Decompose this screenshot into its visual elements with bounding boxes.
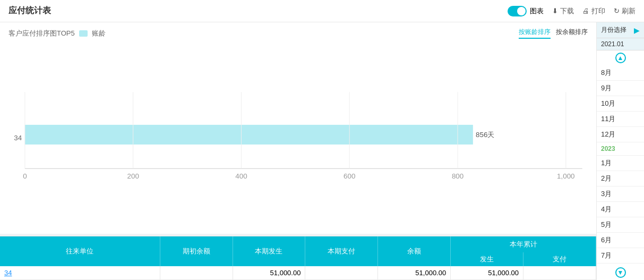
chart-toggle-wrap: 图表 [508, 6, 544, 16]
svg-text:400: 400 [235, 172, 247, 180]
down-arrow-icon: ▼ [615, 267, 626, 278]
sidebar-title: 月份选择 [601, 26, 634, 35]
svg-text:0: 0 [23, 172, 27, 180]
sidebar-header: 月份选择 ▶ [597, 22, 644, 38]
col-balance-header: 余额 [378, 236, 451, 266]
month-scroll-down[interactable]: ▼ [597, 265, 644, 280]
chart-bar [25, 125, 473, 145]
table-body: 34 51,000.00 51,000.00 51,000.00 [0, 266, 596, 280]
print-button[interactable]: 🖨 打印 [582, 6, 605, 16]
page: 应付统计表 图表 ⬇ 下载 🖨 打印 ↻ 刷新 [0, 0, 644, 280]
sort-by-amount-button[interactable]: 按余额排序 [556, 28, 588, 39]
svg-text:200: 200 [127, 172, 139, 180]
month-item-mar[interactable]: 3月 [597, 186, 644, 202]
cell-balance: 51,000.00 [378, 266, 451, 280]
bar-value-label: 856天 [476, 131, 494, 139]
chart-legend-label: 客户应付排序图TOP5 [8, 29, 75, 38]
page-title: 应付统计表 [8, 5, 508, 16]
header: 应付统计表 图表 ⬇ 下载 🖨 打印 ↻ 刷新 [0, 0, 644, 22]
refresh-label: 刷新 [622, 6, 636, 16]
cell-period-occurrence: 51,000.00 [233, 266, 305, 280]
month-item-apr[interactable]: 4月 [597, 202, 644, 217]
table-row: 34 51,000.00 51,000.00 51,000.00 [0, 266, 596, 280]
svg-text:600: 600 [344, 172, 355, 180]
col-unit-header: 往来单位 [0, 236, 160, 266]
month-item-oct[interactable]: 10月 [597, 96, 644, 112]
main-content: 客户应付排序图TOP5 账龄 按账龄排序 按余额排序 34 [0, 22, 644, 280]
download-icon: ⬇ [552, 7, 558, 15]
month-item-dec[interactable]: 12月 [597, 127, 644, 142]
col-period-balance-header: 期初余额 [160, 236, 233, 266]
month-item-nov[interactable]: 11月 [597, 112, 644, 127]
download-label: 下载 [560, 6, 574, 16]
print-icon: 🖨 [582, 7, 589, 15]
sidebar-current-date: 2021.01 [597, 38, 644, 50]
chart-area: 客户应付排序图TOP5 账龄 按账龄排序 按余额排序 34 [0, 22, 596, 234]
up-arrow-icon: ▲ [615, 53, 626, 63]
chart-svg: 34 856天 0 200 400 600 800 1,000 [8, 43, 588, 228]
sidebar: 月份选择 ▶ 2021.01 ▲ 8月 9月 10月 11月 12月 2023 … [596, 22, 644, 280]
chart-header: 客户应付排序图TOP5 账龄 按账龄排序 按余额排序 [8, 28, 588, 39]
sort-by-balance-button[interactable]: 按账龄排序 [519, 28, 551, 39]
col-period-occurrence-header: 本期发生 [233, 236, 305, 266]
cell-unit[interactable]: 34 [0, 266, 160, 280]
cell-period-balance [160, 266, 233, 280]
month-item-sep[interactable]: 9月 [597, 81, 644, 96]
chart-container: 34 856天 0 200 400 600 800 1,000 [8, 43, 588, 228]
table-area: 往来单位 期初余额 本期发生 本期支付 余额 本年累计 发生 支付 [0, 236, 596, 280]
y-axis-label: 34 [14, 134, 22, 142]
refresh-icon: ↻ [614, 7, 620, 15]
download-button[interactable]: ⬇ 下载 [552, 6, 574, 16]
refresh-button[interactable]: ↻ 刷新 [614, 6, 636, 16]
data-table: 往来单位 期初余额 本期发生 本期支付 余额 本年累计 发生 支付 [0, 236, 596, 280]
month-list: 8月 9月 10月 11月 12月 2023 1月 2月 3月 4月 5月 6月… [597, 65, 644, 265]
col-period-payment-header: 本期支付 [305, 236, 378, 266]
header-actions: 图表 ⬇ 下载 🖨 打印 ↻ 刷新 [508, 6, 636, 16]
chart-sort: 按账龄排序 按余额排序 [519, 28, 588, 39]
svg-text:800: 800 [452, 172, 463, 180]
print-label: 打印 [591, 6, 605, 16]
chart-legend-item: 账龄 [92, 29, 106, 38]
month-item-may[interactable]: 5月 [597, 217, 644, 233]
month-item-feb[interactable]: 2月 [597, 171, 644, 186]
col-ytd-payment-header: 支付 [523, 252, 596, 266]
cell-ytd-payment [523, 266, 596, 280]
col-ytd-header: 本年累计 [451, 236, 596, 252]
col-ytd-occurrence-header: 发生 [451, 252, 523, 266]
sidebar-expand-icon[interactable]: ▶ [634, 26, 640, 35]
cell-ytd-occurrence: 51,000.00 [451, 266, 523, 280]
month-scroll-up[interactable]: ▲ [597, 50, 644, 65]
chart-toggle-label: 图表 [530, 6, 544, 16]
month-item-aug[interactable]: 8月 [597, 65, 644, 81]
legend-color-dot [79, 30, 88, 37]
cell-period-payment [305, 266, 378, 280]
month-item-jan[interactable]: 1月 [597, 156, 644, 171]
svg-text:1,000: 1,000 [557, 172, 574, 180]
month-item-jun[interactable]: 6月 [597, 233, 644, 248]
table-header-row1: 往来单位 期初余额 本期发生 本期支付 余额 本年累计 [0, 236, 596, 252]
month-item-jul[interactable]: 7月 [597, 248, 644, 264]
year-marker-2023[interactable]: 2023 [597, 142, 644, 156]
chart-legend: 客户应付排序图TOP5 账龄 [8, 29, 106, 38]
chart-toggle[interactable] [508, 6, 527, 16]
